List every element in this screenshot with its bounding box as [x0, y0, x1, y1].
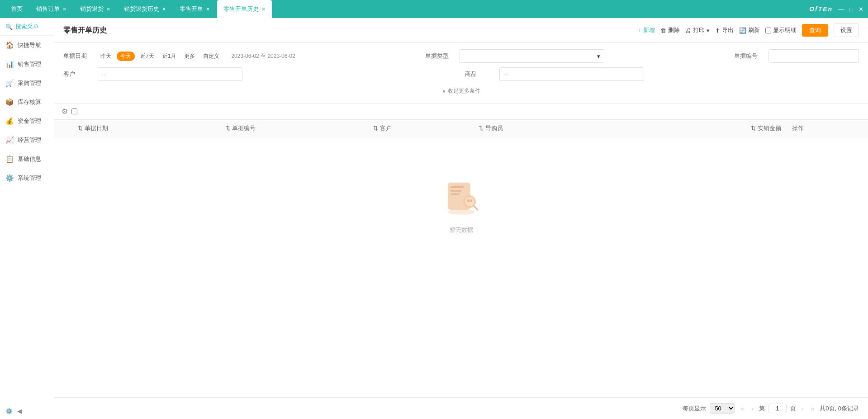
- date-range: 2023-06-02 至 2023-06-02: [231, 52, 295, 60]
- print-button[interactable]: 🖨 打印 ▾: [685, 26, 710, 34]
- doc-type-select[interactable]: ▾: [460, 49, 604, 63]
- tab-close-retail-open[interactable]: ✕: [206, 6, 210, 12]
- doc-type-label: 单据类型: [425, 52, 452, 60]
- print-dropdown-icon: ▾: [707, 27, 710, 34]
- svg-rect-2: [451, 186, 464, 188]
- tab-close-sales-order[interactable]: ✕: [62, 6, 66, 12]
- export-button[interactable]: ⬆ 导出: [715, 26, 734, 34]
- tab-sales-return[interactable]: 销货退货✕: [74, 0, 117, 18]
- date-options: 昨天今天近7天近1月更多自定义: [98, 52, 222, 61]
- empty-state: 暂无数据: [54, 137, 868, 270]
- svg-line-7: [474, 206, 478, 210]
- operations-icon: 📈: [5, 136, 14, 144]
- th-guide[interactable]: ⇅ 导购员: [473, 120, 600, 137]
- quick-nav-icon: 🏠: [5, 41, 14, 49]
- select-all-checkbox[interactable]: [71, 108, 77, 114]
- sidebar-item-sales-mgmt[interactable]: 📊销售管理: [0, 55, 54, 74]
- query-button[interactable]: 查询: [802, 24, 828, 37]
- tab-sales-order[interactable]: 销售订单✕: [30, 0, 73, 18]
- per-page-select[interactable]: 20 50 100: [710, 403, 735, 414]
- sidebar-item-operations[interactable]: 📈经营管理: [0, 131, 54, 150]
- date-option-更多[interactable]: 更多: [181, 52, 198, 61]
- collapse-button[interactable]: ∧ 收起更多条件: [442, 87, 480, 95]
- settings-button[interactable]: 设置: [834, 24, 859, 37]
- refresh-button[interactable]: 🔄 刷新: [739, 26, 760, 34]
- sidebar-collapse-icon[interactable]: ◀: [17, 408, 22, 414]
- prev-first-btn[interactable]: «: [739, 404, 746, 413]
- next-last-btn[interactable]: »: [809, 404, 816, 413]
- delete-button[interactable]: 🗑 删除: [660, 26, 680, 34]
- date-option-近1月[interactable]: 近1月: [160, 52, 179, 61]
- doc-number-label: 单据编号: [734, 52, 761, 60]
- doc-number-input[interactable]: [768, 49, 859, 63]
- show-detail-input[interactable]: [765, 28, 771, 33]
- sidebar-item-inventory[interactable]: 📦库存核算: [0, 93, 54, 112]
- data-table: ⇅ 单据日期 ⇅ 单据编号 ⇅ 客户 ⇅ 导购员 ⇅: [54, 120, 868, 137]
- system-mgmt-icon: ⚙️: [5, 174, 14, 182]
- prev-btn[interactable]: ‹: [749, 404, 755, 413]
- page-header: 零售开单历史 + 新增 🗑 删除 🖨 打印 ▾ ⬆ 导出 🔄: [54, 18, 868, 43]
- sidebar-search[interactable]: 🔍 搜索采单: [0, 18, 54, 36]
- filter-row-1: 单据日期 昨天今天近7天近1月更多自定义 2023-06-02 至 2023-0…: [63, 49, 859, 63]
- sidebar-settings-icon[interactable]: ⚙️: [5, 408, 13, 414]
- th-actions: 操作: [787, 120, 868, 137]
- th-date[interactable]: ⇅ 单据日期: [72, 120, 220, 137]
- sidebar-item-quick-nav[interactable]: 🏠快捷导航: [0, 36, 54, 55]
- page-actions: + 新增 🗑 删除 🖨 打印 ▾ ⬆ 导出 🔄 刷新: [638, 24, 859, 37]
- customer-input[interactable]: ···: [98, 67, 242, 81]
- purchase-mgmt-icon: 🛒: [5, 79, 14, 87]
- tab-retail-open[interactable]: 零售开单✕: [173, 0, 216, 18]
- show-detail-checkbox[interactable]: 显示明细: [765, 26, 797, 34]
- brand-label: OfTEn: [809, 5, 833, 13]
- tab-close-sales-return[interactable]: ✕: [106, 6, 110, 12]
- th-checkbox: [54, 120, 72, 137]
- empty-icon: [439, 174, 484, 219]
- date-label: 单据日期: [63, 52, 90, 60]
- table-header-row: ⇅ 单据日期 ⇅ 单据编号 ⇅ 客户 ⇅ 导购员 ⇅: [54, 120, 868, 137]
- per-page-label: 每页显示: [683, 405, 706, 413]
- doc-type-dropdown-icon: ▾: [597, 53, 600, 60]
- svg-point-6: [465, 197, 474, 206]
- sidebar-item-system-mgmt[interactable]: ⚙️系统管理: [0, 169, 54, 188]
- page-label-pre: 第: [759, 405, 765, 413]
- tab-close-sales-return-history[interactable]: ✕: [162, 6, 166, 12]
- table-toolbar: ⚙: [54, 104, 868, 120]
- date-option-近7天[interactable]: 近7天: [138, 52, 157, 61]
- date-option-今天[interactable]: 今天: [117, 52, 135, 61]
- page-input[interactable]: [768, 404, 787, 413]
- maximize-btn[interactable]: □: [849, 6, 853, 13]
- tab-home[interactable]: 首页: [5, 0, 29, 18]
- sidebar-item-finance[interactable]: 💰资金管理: [0, 112, 54, 131]
- search-icon: 🔍: [5, 24, 13, 30]
- collapse-row: ∧ 收起更多条件: [63, 85, 859, 97]
- add-button[interactable]: + 新增: [638, 26, 655, 34]
- sidebar: 🔍 搜索采单 🏠快捷导航📊销售管理🛒采购管理📦库存核算💰资金管理📈经营管理📋基础…: [0, 18, 54, 419]
- collapse-up-icon: ∧: [442, 88, 446, 94]
- th-expand: [600, 120, 639, 137]
- th-customer[interactable]: ⇅ 客户: [368, 120, 473, 137]
- sidebar-search-label: 搜索采单: [15, 23, 39, 31]
- customer-ellipsis: ···: [102, 71, 107, 78]
- th-number[interactable]: ⇅ 单据编号: [220, 120, 368, 137]
- page-title: 零售开单历史: [63, 26, 107, 35]
- finance-icon: 💰: [5, 117, 14, 125]
- tab-close-retail-history[interactable]: ✕: [261, 6, 266, 12]
- table-settings-icon[interactable]: ⚙: [62, 107, 68, 116]
- refresh-icon: 🔄: [739, 27, 746, 34]
- delete-icon: 🗑: [660, 27, 666, 34]
- top-nav: 首页销售订单✕销货退货✕销货退货历史✕零售开单✕零售开单历史✕ OfTEn — …: [0, 0, 868, 18]
- close-btn[interactable]: ✕: [859, 6, 863, 13]
- filter-area: 单据日期 昨天今天近7天近1月更多自定义 2023-06-02 至 2023-0…: [54, 43, 868, 104]
- tab-retail-history[interactable]: 零售开单历史✕: [217, 0, 272, 18]
- th-amount[interactable]: ⇅ 实销金额: [639, 120, 787, 137]
- date-option-自定义[interactable]: 自定义: [200, 52, 222, 61]
- product-input[interactable]: ···: [499, 67, 644, 81]
- sidebar-item-basic-info[interactable]: 📋基础信息: [0, 150, 54, 169]
- product-label: 商品: [465, 70, 492, 78]
- tab-sales-return-history[interactable]: 销货退货历史✕: [118, 0, 172, 18]
- date-option-昨天[interactable]: 昨天: [98, 52, 114, 61]
- minimize-btn[interactable]: —: [838, 6, 844, 13]
- sales-mgmt-icon: 📊: [5, 60, 14, 68]
- next-btn[interactable]: ›: [800, 404, 806, 413]
- sidebar-item-purchase-mgmt[interactable]: 🛒采购管理: [0, 74, 54, 93]
